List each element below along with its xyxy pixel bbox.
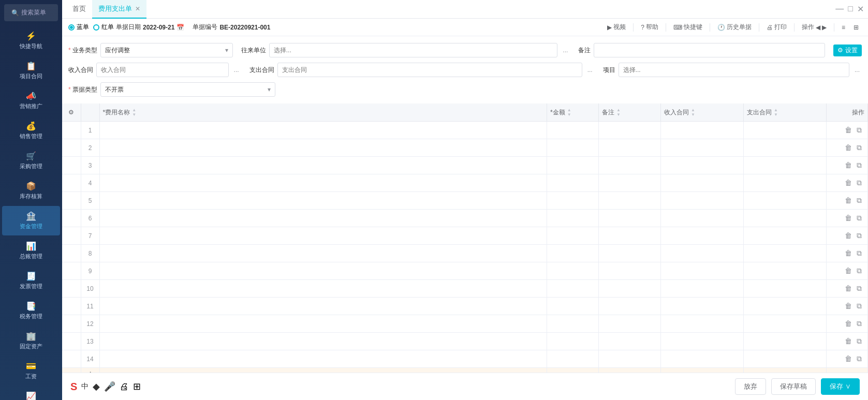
sidebar-item-fixed-assets[interactable]: 🏢固定资产 — [2, 326, 60, 355]
history-btn[interactable]: 🕐 历史单据 — [714, 22, 755, 33]
sidebar-item-inventory[interactable]: 📦库存核算 — [2, 176, 60, 205]
footer-print2-icon[interactable]: 🖨 — [120, 381, 129, 392]
delete-row-btn[interactable]: 🗑 — [843, 336, 854, 346]
income-contract-cell[interactable] — [661, 139, 744, 157]
delete-row-btn[interactable]: 🗑 — [843, 283, 854, 293]
amount-cell[interactable] — [547, 333, 599, 350]
delete-row-btn[interactable]: 🗑 — [843, 160, 854, 170]
sidebar-item-tax[interactable]: 📑税务管理 — [2, 296, 60, 325]
footer-s-icon[interactable]: S — [70, 381, 77, 393]
income-contract-cell[interactable] — [661, 227, 744, 245]
income-contract-cell[interactable] — [661, 262, 744, 280]
income-contract-ellipsis-btn[interactable]: ... — [232, 66, 241, 73]
income-contract-cell[interactable] — [661, 122, 744, 139]
expense-name-cell[interactable] — [99, 298, 547, 315]
copy-row-btn[interactable]: ⧉ — [855, 213, 863, 224]
expense-name-cell[interactable] — [99, 174, 547, 192]
copy-row-btn[interactable]: ⧉ — [855, 195, 863, 206]
settings-btn[interactable]: ⚙ 设置 — [833, 45, 862, 56]
expense-name-cell[interactable] — [99, 262, 547, 280]
delete-row-btn[interactable]: 🗑 — [843, 248, 854, 258]
expense-name-cell[interactable] — [99, 315, 547, 333]
note-cell[interactable] — [599, 210, 661, 227]
expense-name-cell[interactable] — [99, 192, 547, 210]
expense-contract-cell[interactable] — [744, 139, 827, 157]
income-contract-cell[interactable] — [661, 298, 744, 315]
shortcut-btn[interactable]: ⌨ 快捷键 — [670, 22, 705, 33]
amount-cell[interactable] — [547, 315, 599, 333]
counterparty-ellipsis-btn[interactable]: ... — [561, 47, 570, 54]
tab-home[interactable]: 首页 — [66, 0, 92, 19]
note-cell[interactable] — [599, 262, 661, 280]
income-contract-cell[interactable] — [661, 157, 744, 174]
expense-contract-ellipsis-btn[interactable]: ... — [585, 66, 595, 73]
expense-contract-cell[interactable] — [744, 245, 827, 262]
expense-contract-cell[interactable] — [744, 280, 827, 298]
copy-row-btn[interactable]: ⧉ — [855, 160, 863, 171]
close-btn[interactable]: ✕ — [857, 4, 864, 14]
expense-contract-cell[interactable] — [744, 122, 827, 139]
minimize-btn[interactable]: — — [835, 4, 844, 14]
amount-cell[interactable] — [547, 262, 599, 280]
th-amount[interactable]: *金额 ▲▼ — [547, 103, 599, 122]
th-expense-name[interactable]: *费用名称 ▲▼ — [99, 103, 547, 122]
th-note[interactable]: 备注 ▲▼ — [599, 103, 661, 122]
copy-row-btn[interactable]: ⧉ — [855, 318, 863, 329]
note-cell[interactable] — [599, 350, 661, 368]
expense-name-cell[interactable] — [99, 350, 547, 368]
delete-row-btn[interactable]: 🗑 — [843, 265, 854, 276]
sidebar-item-payroll[interactable]: 💳工资 — [2, 356, 60, 386]
amount-cell[interactable] — [547, 245, 599, 262]
note-cell[interactable] — [599, 333, 661, 350]
copy-row-btn[interactable]: ⧉ — [855, 125, 863, 136]
amount-cell[interactable] — [547, 350, 599, 368]
expense-contract-cell[interactable] — [744, 262, 827, 280]
income-contract-cell[interactable] — [661, 333, 744, 350]
grid-view-btn[interactable]: ⊞ — [850, 23, 862, 32]
income-contract-cell[interactable] — [661, 192, 744, 210]
amount-cell[interactable] — [547, 139, 599, 157]
radio-blue[interactable]: 蓝单 — [68, 23, 89, 32]
help-btn[interactable]: ? 帮助 — [638, 22, 661, 33]
amount-cell[interactable] — [547, 227, 599, 245]
amount-cell[interactable] — [547, 157, 599, 174]
tab-close-expense[interactable]: ✕ — [135, 5, 140, 12]
note-cell[interactable] — [599, 157, 661, 174]
delete-row-btn[interactable]: 🗑 — [843, 301, 854, 311]
expense-contract-input[interactable] — [277, 63, 582, 77]
note-cell[interactable] — [599, 245, 661, 262]
income-contract-input[interactable] — [96, 63, 229, 77]
sidebar-item-ops[interactable]: 📈经营管理 — [2, 386, 60, 400]
radio-red[interactable]: 红单 — [93, 23, 114, 32]
copy-row-btn[interactable]: ⧉ — [855, 248, 863, 259]
expense-contract-cell[interactable] — [744, 210, 827, 227]
income-contract-cell[interactable] — [661, 245, 744, 262]
save-draft-btn[interactable]: 保存草稿 — [771, 378, 816, 395]
expense-name-cell[interactable] — [99, 139, 547, 157]
income-contract-cell[interactable] — [661, 174, 744, 192]
copy-row-btn[interactable]: ⧉ — [855, 142, 863, 153]
delete-row-btn[interactable]: 🗑 — [843, 177, 854, 188]
expense-contract-cell[interactable] — [744, 192, 827, 210]
income-contract-cell[interactable] — [661, 315, 744, 333]
table-settings-icon[interactable]: ⚙ — [68, 109, 74, 116]
expense-name-cell[interactable] — [99, 157, 547, 174]
project-input[interactable] — [619, 63, 849, 77]
copy-row-btn[interactable]: ⧉ — [855, 230, 863, 241]
footer-mic-icon[interactable]: 🎤 — [104, 381, 115, 392]
abandon-btn[interactable]: 放弃 — [735, 378, 766, 395]
expense-name-cell[interactable] — [99, 333, 547, 350]
copy-row-btn[interactable]: ⧉ — [855, 353, 863, 364]
amount-cell[interactable] — [547, 210, 599, 227]
income-contract-cell[interactable] — [661, 280, 744, 298]
note-cell[interactable] — [599, 139, 661, 157]
tab-expense[interactable]: 费用支出单✕ — [92, 0, 146, 19]
sidebar-item-capital[interactable]: 🏦资金管理 — [2, 206, 60, 235]
expense-name-cell[interactable] — [99, 245, 547, 262]
copy-row-btn[interactable]: ⧉ — [855, 283, 863, 294]
expense-contract-cell[interactable] — [744, 157, 827, 174]
calendar-icon[interactable]: 📅 — [176, 24, 184, 31]
sidebar-item-purchase[interactable]: 🛒采购管理 — [2, 146, 60, 175]
date-value[interactable]: 2022-09-21 — [143, 24, 174, 31]
footer-diamond-icon[interactable]: ◆ — [93, 381, 100, 392]
